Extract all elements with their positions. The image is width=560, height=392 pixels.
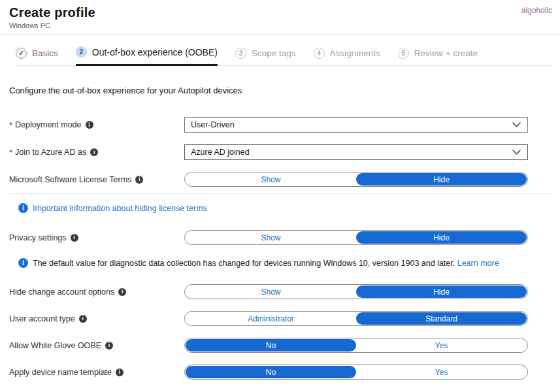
info-icon: i [18, 203, 28, 213]
tab-label: Scope tags [252, 48, 296, 58]
field-label: Hide change account options [9, 287, 114, 297]
info-icon[interactable]: i [116, 368, 124, 376]
field-label-group: Allow White Glove OOBE i [9, 341, 184, 350]
step-number-icon: 2 [76, 46, 87, 57]
tab-label: Review + create [414, 48, 478, 58]
toggle-option-standard[interactable]: Standard [356, 312, 527, 325]
intro-text: Configure the out-of-box experience for … [9, 86, 551, 95]
row-privacy-settings: Privacy settings i Show Hide [9, 230, 560, 245]
field-label-group: User account type i [9, 314, 184, 323]
info-icon[interactable]: i [90, 148, 98, 156]
white-glove-toggle[interactable]: No Yes [184, 338, 528, 353]
info-icon: i [18, 258, 28, 268]
join-azure-ad-select[interactable]: Azure AD joined [184, 144, 528, 160]
toggle-option-administrator[interactable]: Administrator [186, 312, 356, 325]
field-label-group: Apply device name template i [9, 368, 184, 377]
info-icon[interactable]: i [105, 342, 113, 350]
field-label-group: * Deployment mode i [9, 120, 184, 130]
license-terms-toggle[interactable]: Show Hide [184, 172, 528, 187]
field-label: User account type [9, 314, 75, 323]
row-join-azure-ad: * Join to Azure AD as i Azure AD joined [9, 144, 560, 160]
toggle-option-show[interactable]: Show [186, 231, 356, 244]
tab-assignments[interactable]: 4 Assignments [314, 48, 380, 65]
field-label-group: * Join to Azure AD as i [9, 148, 184, 157]
tab-label: Assignments [330, 48, 380, 58]
info-icon[interactable]: i [79, 315, 87, 323]
selected-value: Azure AD joined [191, 148, 250, 157]
hide-change-account-toggle[interactable]: Show Hide [184, 284, 528, 299]
field-label-group: Hide change account options i [9, 287, 184, 297]
notice-text-main: The default value for diagnostic data co… [33, 259, 455, 268]
info-icon[interactable]: i [135, 176, 143, 184]
oobe-form: * Deployment mode i User-Driven * Join t… [9, 117, 560, 380]
deployment-mode-select[interactable]: User-Driven [184, 117, 528, 133]
learn-more-link[interactable]: Learn more [457, 259, 499, 268]
toggle-option-show[interactable]: Show [186, 173, 356, 186]
section-divider [9, 193, 552, 194]
info-icon[interactable]: i [118, 288, 126, 296]
required-asterisk: * [9, 148, 12, 157]
tab-review-create[interactable]: 5 Review + create [398, 48, 478, 65]
field-label: Privacy settings [9, 233, 67, 242]
link-text[interactable]: Important information about hiding licen… [33, 204, 207, 213]
field-label: Join to Azure AD as [15, 148, 86, 157]
tab-label: Out-of-box experience (OOBE) [92, 47, 218, 57]
toggle-option-yes[interactable]: Yes [356, 339, 527, 351]
row-white-glove: Allow White Glove OOBE i No Yes [9, 338, 560, 353]
tab-scope-tags[interactable]: 3 Scope tags [235, 48, 296, 65]
selected-value: User-Driven [191, 120, 235, 129]
toggle-option-hide[interactable]: Hide [356, 173, 527, 186]
field-label-group: Privacy settings i [9, 233, 184, 242]
row-hide-change-account: Hide change account options i Show Hide [9, 284, 560, 299]
field-label: Allow White Glove OOBE [9, 341, 101, 350]
field-label: Deployment mode [15, 120, 81, 129]
field-label: Apply device name template [9, 368, 112, 377]
page-title: Create profile [9, 5, 551, 20]
row-deployment-mode: * Deployment mode i User-Driven [9, 117, 560, 133]
page-subtitle: Windows PC [9, 22, 551, 29]
info-icon[interactable]: i [86, 121, 93, 129]
page-header: Create profile Windows PC [0, 0, 560, 29]
toggle-option-show[interactable]: Show [186, 286, 356, 298]
wizard-tab-bar: ✓ Basics 2 Out-of-box experience (OOBE) … [16, 46, 552, 66]
tab-label: Basics [32, 48, 58, 58]
chevron-down-icon [512, 122, 521, 127]
tab-basics[interactable]: ✓ Basics [16, 48, 58, 65]
row-license-terms: Microsoft Software License Terms i Show … [9, 172, 560, 187]
row-device-name-template: Apply device name template i No Yes [9, 365, 560, 380]
device-name-template-toggle[interactable]: No Yes [184, 365, 528, 380]
field-label: Microsoft Software License Terms [9, 175, 131, 184]
step-number-icon: 3 [235, 48, 246, 59]
toggle-option-hide[interactable]: Hide [356, 286, 527, 298]
chevron-down-icon [512, 150, 521, 155]
tab-oobe[interactable]: 2 Out-of-box experience (OOBE) [76, 46, 218, 66]
row-user-account-type: User account type i Administrator Standa… [9, 311, 560, 326]
step-number-icon: 5 [398, 48, 409, 59]
info-icon[interactable]: i [71, 234, 78, 242]
license-info-link[interactable]: i Important information about hiding lic… [18, 203, 560, 213]
notice-text: The default value for diagnostic data co… [33, 259, 499, 268]
header-divider [0, 34, 560, 35]
step-number-icon: 4 [314, 48, 325, 59]
privacy-settings-toggle[interactable]: Show Hide [184, 230, 528, 245]
check-circle-icon: ✓ [16, 48, 27, 59]
diagnostic-notice: i The default value for diagnostic data … [18, 258, 560, 268]
create-profile-page: Create profile Windows PC algoholic ✓ Ba… [0, 0, 560, 392]
toggle-option-no[interactable]: No [186, 339, 356, 351]
watermark-text: algoholic [521, 6, 552, 15]
toggle-option-yes[interactable]: Yes [356, 366, 527, 378]
required-asterisk: * [9, 120, 12, 130]
user-account-type-toggle[interactable]: Administrator Standard [184, 311, 528, 326]
toggle-option-hide[interactable]: Hide [356, 231, 527, 244]
toggle-option-no[interactable]: No [186, 366, 356, 378]
field-label-group: Microsoft Software License Terms i [9, 175, 184, 184]
